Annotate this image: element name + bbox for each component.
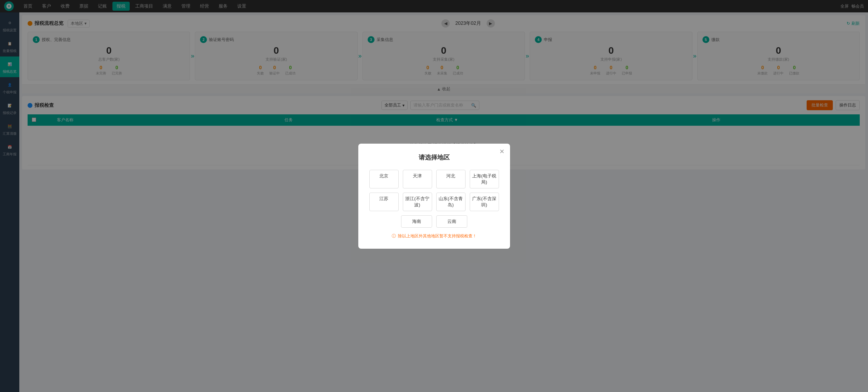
region-btn-shandong[interactable]: 山东(不含青岛) [436,193,466,211]
region-row-3: 海南 云南 [369,215,499,228]
modal-box: ✕ 请选择地区 北京 天津 河北 上海(电子税局) 江苏 浙江(不含宁波) 山东… [358,144,510,249]
region-btn-hebei[interactable]: 河北 [436,170,466,188]
region-row-2: 江苏 浙江(不含宁波) 山东(不含青岛) 广东(不含深圳) [369,193,499,211]
region-btn-guangdong[interactable]: 广东(不含深圳) [470,193,499,211]
modal-title: 请选择地区 [369,153,499,162]
warning-icon: ⓘ [392,233,396,239]
warning-text: 除以上地区外其他地区暂不支持报税检查！ [398,233,477,239]
region-btn-hainan[interactable]: 海南 [401,215,432,228]
region-btn-yunnan[interactable]: 云南 [436,215,467,228]
region-btn-zhejiang[interactable]: 浙江(不含宁波) [403,193,432,211]
warning-tip: ⓘ 除以上地区外其他地区暂不支持报税检查！ [369,233,499,239]
region-btn-beijing[interactable]: 北京 [369,170,399,188]
modal-overlay[interactable]: ✕ 请选择地区 北京 天津 河北 上海(电子税局) 江苏 浙江(不含宁波) 山东… [0,0,868,392]
region-btn-tianjin[interactable]: 天津 [403,170,432,188]
modal-close-button[interactable]: ✕ [499,148,505,155]
region-btn-jiangsu[interactable]: 江苏 [369,193,399,211]
region-btn-shanghai[interactable]: 上海(电子税局) [470,170,499,188]
region-row-1: 北京 天津 河北 上海(电子税局) [369,170,499,188]
